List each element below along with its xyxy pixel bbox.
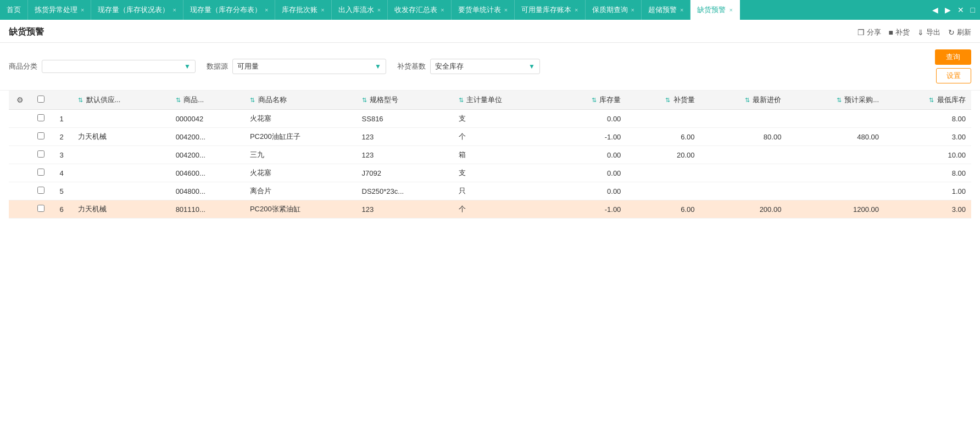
tab-stock-distribution[interactable]: 现存量（库存分布表） × [183, 0, 275, 20]
tab-menu-button[interactable]: □ [968, 4, 978, 15]
row-index: 2 [51, 128, 73, 146]
tab-bar: 首页 拣货异常处理 × 现存量（库存状况表） × 现存量（库存分布表） × 库存… [0, 0, 980, 20]
row-unit: 只 [453, 182, 553, 200]
col-check-all [31, 91, 51, 110]
row-unit: 个 [453, 128, 553, 146]
row-spec: SS816 [357, 110, 453, 128]
row-checkbox-cell [31, 164, 51, 182]
restock-filter-group: 补货基数 安全库存 ▼ [397, 59, 540, 74]
row-checkbox-cell [31, 146, 51, 164]
row-index: 4 [51, 164, 73, 182]
row-checkbox[interactable] [37, 205, 44, 212]
sort-icon: ⇅ [665, 97, 670, 103]
row-est-purchase [787, 164, 884, 182]
tab-stock-status[interactable]: 现存量（库存状况表） × [91, 0, 183, 20]
col-est-purchase-header[interactable]: ⇅ 预计采购... [787, 91, 884, 110]
sort-icon: ⇅ [837, 97, 842, 103]
row-latest-price [700, 182, 787, 200]
refresh-button[interactable]: ↻ 刷新 [948, 27, 971, 37]
col-spec-header[interactable]: ⇅ 规格型号 [357, 91, 453, 110]
close-icon[interactable]: × [680, 7, 683, 13]
row-min-stock: 3.00 [884, 128, 971, 146]
col-unit-header[interactable]: ⇅ 主计量单位 [453, 91, 553, 110]
row-latest-price [700, 164, 787, 182]
row-index: 3 [51, 146, 73, 164]
col-product-name-header[interactable]: ⇅ 商品名称 [244, 91, 357, 110]
close-icon[interactable]: × [441, 7, 444, 13]
tab-expiry-query[interactable]: 保质期查询 × [586, 0, 642, 20]
row-checkbox[interactable] [37, 169, 44, 176]
row-min-stock: 8.00 [884, 164, 971, 182]
close-icon[interactable]: × [172, 7, 176, 13]
tab-pick-exception[interactable]: 拣货异常处理 × [28, 0, 91, 20]
row-unit: 箱 [453, 146, 553, 164]
col-restock-qty-header[interactable]: ⇅ 补货量 [626, 91, 700, 110]
row-checkbox[interactable] [37, 114, 44, 121]
row-product-code: 004600... [170, 164, 244, 182]
col-latest-price-header[interactable]: ⇅ 最新进价 [700, 91, 787, 110]
row-product-code: 004200... [170, 128, 244, 146]
table-row: 3 004200... 三九 123 箱 0.00 20.00 10.00 [9, 146, 971, 164]
tab-shortage-warning[interactable]: 缺货预警 × [691, 0, 739, 20]
tab-available-stock[interactable]: 可用量库存账本 × [515, 0, 585, 20]
row-est-purchase: 480.00 [787, 128, 884, 146]
row-supplier [73, 182, 170, 200]
row-unit: 支 [453, 164, 553, 182]
tab-home[interactable]: 首页 [0, 0, 28, 20]
close-icon[interactable]: × [321, 7, 324, 13]
col-supplier-header[interactable]: ⇅ 默认供应... [73, 91, 170, 110]
tab-next-button[interactable]: ▶ [942, 4, 954, 15]
col-stock-header[interactable]: ⇅ 库存量 [553, 91, 626, 110]
row-spec: DS250*23c... [357, 182, 453, 200]
row-stock: 0.00 [553, 146, 626, 164]
tab-demand-stats[interactable]: 要货单统计表 × [452, 0, 515, 20]
gear-icon[interactable]: ⚙ [16, 96, 24, 104]
row-checkbox[interactable] [37, 150, 44, 158]
sort-icon: ⇅ [176, 97, 181, 103]
check-all-checkbox[interactable] [37, 96, 44, 103]
restock-icon: ■ [889, 28, 893, 37]
row-gear [9, 200, 31, 218]
close-icon[interactable]: × [81, 7, 84, 13]
tab-summary[interactable]: 收发存汇总表 × [388, 0, 451, 20]
category-select[interactable]: ▼ [42, 60, 196, 73]
row-product-name: 火花塞 [244, 164, 357, 182]
refresh-icon: ↻ [948, 28, 955, 37]
share-button[interactable]: ❒ 分享 [858, 27, 881, 37]
row-checkbox-cell [31, 182, 51, 200]
tab-overstock-warning[interactable]: 超储预警 × [642, 0, 691, 20]
close-icon[interactable]: × [575, 7, 578, 13]
export-button[interactable]: ⇓ 导出 [917, 27, 940, 37]
tab-inout-flow[interactable]: 出入库流水 × [332, 0, 388, 20]
sort-icon: ⇅ [929, 97, 934, 103]
query-button[interactable]: 查询 [935, 49, 971, 65]
tab-batch-account[interactable]: 库存批次账 × [275, 0, 331, 20]
row-latest-price: 80.00 [700, 128, 787, 146]
close-icon[interactable]: × [377, 7, 381, 13]
restock-select[interactable]: 安全库存 ▼ [430, 59, 540, 74]
row-unit: 个 [453, 200, 553, 218]
col-min-stock-header[interactable]: ⇅ 最低库存 [884, 91, 971, 110]
close-icon[interactable]: × [729, 7, 732, 13]
row-supplier: 力天机械 [73, 200, 170, 218]
col-product-code-header[interactable]: ⇅ 商品... [170, 91, 244, 110]
row-stock: -1.00 [553, 200, 626, 218]
restock-button[interactable]: ■ 补货 [889, 27, 910, 37]
row-gear [9, 164, 31, 182]
close-icon[interactable]: × [504, 7, 508, 13]
row-restock-qty [626, 164, 700, 182]
close-icon[interactable]: × [265, 7, 268, 13]
row-latest-price: 200.00 [700, 200, 787, 218]
row-product-name: 三九 [244, 146, 357, 164]
row-checkbox[interactable] [37, 132, 44, 139]
settings-button[interactable]: 设置 [936, 68, 971, 83]
row-unit: 支 [453, 110, 553, 128]
close-icon[interactable]: × [631, 7, 634, 13]
row-supplier [73, 146, 170, 164]
row-min-stock: 3.00 [884, 200, 971, 218]
tab-prev-button[interactable]: ◀ [929, 4, 941, 15]
row-checkbox[interactable] [37, 187, 44, 194]
table-body: 1 0000042 火花塞 SS816 支 0.00 8.00 2 力天机械 0… [9, 110, 971, 218]
datasource-select[interactable]: 可用量 ▼ [232, 59, 386, 74]
tab-close-all-button[interactable]: ✕ [955, 4, 967, 15]
